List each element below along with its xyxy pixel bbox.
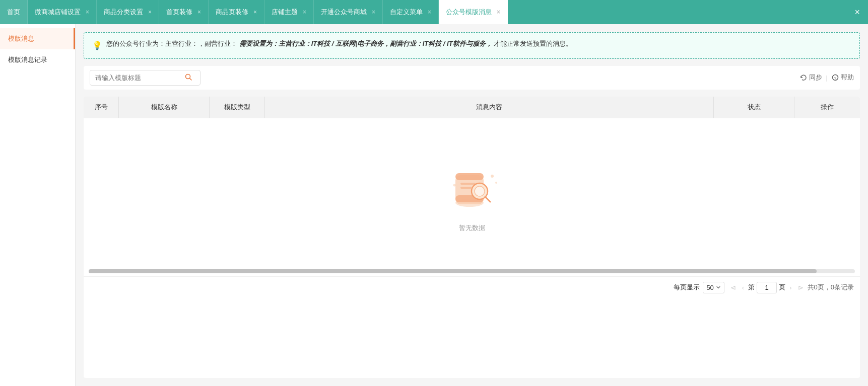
th-action: 操作 <box>794 97 860 118</box>
empty-state: 暂无数据 <box>84 118 860 269</box>
sidebar-item-template-msg-label: 模版消息 <box>8 35 34 42</box>
next-page-button[interactable]: › <box>787 283 793 292</box>
close-icon[interactable]: × <box>197 9 201 16</box>
svg-line-1 <box>190 78 192 80</box>
nav-tab-product-category[interactable]: 商品分类设置 × <box>97 0 159 24</box>
per-page-dropdown[interactable]: 50 <box>703 282 724 293</box>
notice-highlight: 需要设置为：主营行业：IT科技 / 互联网|电子商务，副营行业：IT科技 / I… <box>239 40 492 47</box>
svg-point-11 <box>475 186 485 196</box>
th-name: 模版名称 <box>119 97 210 118</box>
nav-tab-template-msg-label: 公众号模版消息 <box>446 8 492 17</box>
nav-tab-product-decor-label: 商品页装修 <box>216 8 248 17</box>
horizontal-scrollbar[interactable] <box>89 269 855 273</box>
svg-text:?: ? <box>834 76 837 81</box>
nav-tab-shop-theme[interactable]: 店铺主题 × <box>264 0 314 24</box>
nav-tab-custom-menu-label: 自定义菜单 <box>390 8 423 17</box>
per-page-label: 每页显示 <box>674 283 700 292</box>
divider: | <box>826 74 828 82</box>
close-icon[interactable]: × <box>303 9 306 16</box>
svg-rect-8 <box>460 183 476 185</box>
help-icon: ? <box>832 74 839 81</box>
per-page-select: 每页显示 50 <box>674 282 724 293</box>
svg-line-12 <box>485 197 490 202</box>
nav-tab-shop-settings-label: 微商城店铺设置 <box>35 8 81 17</box>
nav-tab-home-decor[interactable]: 首页装修 × <box>159 0 209 24</box>
first-page-button[interactable]: ⊲ <box>728 283 738 292</box>
page-nav: ⊲ ‹ 第 页 › ⊳ 共0页，0条记录 <box>728 282 854 293</box>
search-button[interactable] <box>181 70 196 85</box>
close-icon[interactable]: × <box>148 9 152 16</box>
th-type: 模版类型 <box>210 97 265 118</box>
svg-rect-6 <box>455 173 484 180</box>
toolbar: 同步 | ? 帮助 <box>84 66 860 90</box>
close-icon[interactable]: × <box>253 9 257 16</box>
nav-tab-open-mall-label: 开通公众号商城 <box>321 8 367 17</box>
th-seq: 序号 <box>84 97 119 118</box>
help-button[interactable]: ? 帮助 <box>832 73 854 82</box>
close-icon[interactable]: × <box>497 9 500 16</box>
top-nav: 首页 微商城店铺设置 × 商品分类设置 × 首页装修 × 商品页装修 × 店铺主… <box>0 0 868 24</box>
close-icon[interactable]: × <box>428 9 431 16</box>
nav-tab-template-msg[interactable]: 公众号模版消息 × <box>439 0 508 24</box>
prev-page-button[interactable]: ‹ <box>740 283 746 292</box>
toolbar-right: 同步 | ? 帮助 <box>800 73 854 82</box>
sidebar-item-template-msg-record[interactable]: 模版消息记录 <box>0 49 75 70</box>
last-page-button[interactable]: ⊳ <box>796 283 806 292</box>
svg-rect-9 <box>460 187 472 189</box>
close-all-button[interactable]: × <box>846 0 868 24</box>
search-area <box>90 70 201 86</box>
sync-button[interactable]: 同步 <box>800 73 822 82</box>
refresh-icon <box>800 74 807 81</box>
nav-tab-home-decor-label: 首页装修 <box>166 8 192 17</box>
help-label: 帮助 <box>841 73 854 82</box>
page-label-after: 页 <box>779 283 785 292</box>
nav-tab-product-decor[interactable]: 商品页装修 × <box>209 0 264 24</box>
page-total: 共0页，0条记录 <box>808 283 854 292</box>
page-label-before: 第 <box>748 283 755 292</box>
nav-tab-home[interactable]: 首页 <box>0 0 28 24</box>
nav-tab-custom-menu[interactable]: 自定义菜单 × <box>383 0 439 24</box>
close-icon[interactable]: × <box>86 9 89 16</box>
sidebar-item-template-msg-record-label: 模版消息记录 <box>8 56 47 63</box>
content-area: 💡 您的公众号行业为：主营行业：，副营行业： 需要设置为：主营行业：IT科技 /… <box>76 24 868 386</box>
empty-text: 暂无数据 <box>459 223 485 233</box>
empty-illustration <box>442 155 502 215</box>
current-page-input[interactable] <box>757 282 777 293</box>
nav-tab-product-category-label: 商品分类设置 <box>104 8 143 17</box>
main-layout: 模版消息 模版消息记录 💡 您的公众号行业为：主营行业：，副营行业： 需要设置为… <box>0 24 868 386</box>
search-icon <box>185 73 192 81</box>
per-page-value: 50 <box>706 284 713 291</box>
chevron-down-icon <box>716 285 721 290</box>
svg-point-14 <box>495 182 497 184</box>
pagination: 每页显示 50 ⊲ ‹ 第 页 › ⊳ 共0页，0条 <box>84 276 860 298</box>
table-header: 序号 模版名称 模版类型 消息内容 状态 操作 <box>84 97 860 118</box>
nav-tab-home-label: 首页 <box>7 8 20 17</box>
nav-tab-open-mall[interactable]: 开通公众号商城 × <box>314 0 383 24</box>
search-input[interactable] <box>90 71 181 85</box>
scrollbar-thumb <box>89 269 817 273</box>
notice-box: 💡 您的公众号行业为：主营行业：，副营行业： 需要设置为：主营行业：IT科技 /… <box>84 32 860 59</box>
svg-point-13 <box>491 175 494 178</box>
sidebar: 模版消息 模版消息记录 <box>0 24 76 386</box>
th-status: 状态 <box>714 97 794 118</box>
nav-tab-shop-settings[interactable]: 微商城店铺设置 × <box>28 0 97 24</box>
nav-tab-shop-theme-label: 店铺主题 <box>272 8 298 17</box>
sync-label: 同步 <box>809 73 822 82</box>
th-content: 消息内容 <box>265 97 714 118</box>
svg-point-15 <box>453 184 455 186</box>
close-icon[interactable]: × <box>372 9 375 16</box>
sidebar-item-template-msg[interactable]: 模版消息 <box>0 28 75 49</box>
bulb-icon: 💡 <box>92 39 102 52</box>
notice-text: 您的公众号行业为：主营行业：，副营行业： 需要设置为：主营行业：IT科技 / 互… <box>106 39 572 49</box>
table-wrapper: 序号 模版名称 模版类型 消息内容 状态 操作 <box>84 97 860 378</box>
